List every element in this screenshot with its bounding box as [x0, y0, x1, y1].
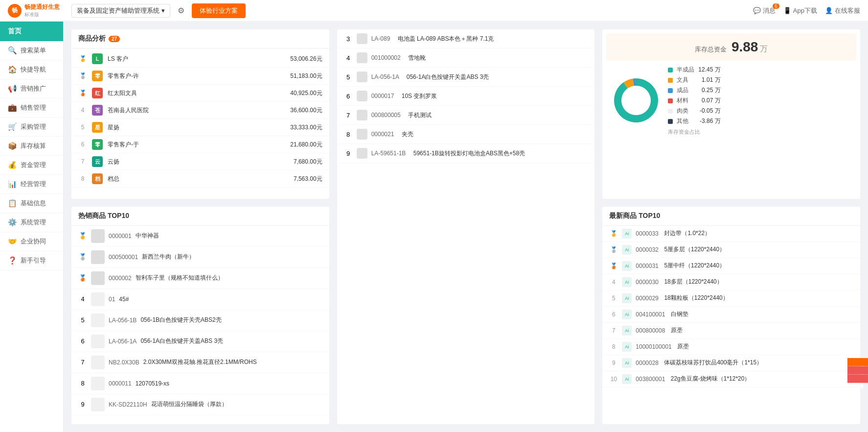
service-community-button[interactable]: 服务社区: [847, 366, 868, 375]
legend-item: 肉类 -0.05 万: [668, 106, 720, 116]
popular-product-item: 6 0000017 10S 变刹罗浆: [337, 87, 595, 106]
legend-item: 半成品 12.45 万: [668, 65, 720, 75]
popular-product-item: 8 0000021 夹壳: [337, 125, 595, 144]
rank-number: 6: [344, 93, 353, 100]
product-code: 0000029: [636, 295, 659, 302]
product-name: 新西兰牛肉（新牛）: [142, 253, 195, 261]
legend-color-dot: [668, 98, 673, 103]
sidebar-item-basic-info[interactable]: 📋 基础信息: [0, 194, 63, 213]
rank-number: 7: [609, 327, 618, 334]
rank-number: 🥉: [78, 90, 87, 96]
product-name: 花语萌恒温分隔睡袋（厚款）: [151, 400, 228, 408]
inventory-chart-area: 半成品 12.45 万 文具 1.01 万 成品 0.25 万: [602, 65, 860, 141]
legend-label: 文具: [677, 76, 698, 84]
rank-number: 5: [344, 73, 353, 81]
customer-item: 4 苍 苍南县人民医院 36,600.00元: [71, 102, 329, 119]
rank-number: 5: [78, 124, 87, 131]
customer-amount: 36,600.00元: [290, 106, 322, 115]
product-code: 0000031: [636, 263, 659, 269]
product-name: 18多层（1220*2440）: [662, 278, 723, 286]
phone-icon: 📱: [783, 7, 791, 14]
legend-label: 成品: [677, 86, 698, 95]
customer-avatar: 档: [92, 173, 103, 184]
popular-products-list: 3 LA-089 电池盖 LA-089 ABS本色＋黑种 7.1克 4 0010…: [337, 29, 595, 163]
product-name: 5厘中纤（1220*2440）: [662, 262, 725, 270]
product-name: 原垄: [676, 342, 689, 351]
product-code: 000800008: [636, 327, 665, 334]
product-info: 000800005 手机测试: [371, 111, 588, 120]
rank-number: 3: [344, 35, 353, 43]
customer-item: 🥈 零 零售客户-许 51,183.00元: [71, 68, 329, 85]
product-code: 0000002: [109, 275, 132, 282]
inventory-total-label: 库存总资金 9.88 万: [612, 39, 850, 55]
sidebar-item-quicknav[interactable]: 🏠 快捷导航: [0, 60, 63, 79]
product-thumbnail: Ai: [622, 261, 632, 271]
sidebar-item-collab[interactable]: 🤝 企业协同: [0, 232, 63, 251]
rank-number: 7: [78, 158, 87, 165]
legend-value: 0.07 万: [702, 96, 721, 105]
customer-service-button[interactable]: 客服热线: [847, 358, 868, 366]
product-thumbnail: [91, 229, 105, 243]
new-product-item: 8 Ai 10000100001 原垄: [602, 339, 860, 355]
new-product-item: 🥈 Ai 0000032 5厘多层（1220*2440）: [602, 242, 860, 258]
product-code: 0000011: [109, 380, 132, 387]
customer-name: 档总: [108, 175, 289, 183]
product-code: 0000032: [636, 246, 659, 253]
customer-avatar: 云: [92, 156, 103, 167]
sidebar-item-marketing[interactable]: 📢 营销推广: [0, 79, 63, 98]
top-bar: 畅 畅捷通好生意 标准版 装备及固定资产辅助管理系统 ▾ ⚙ 体验行业方案 💬 …: [0, 0, 868, 22]
system-selector[interactable]: 装备及固定资产辅助管理系统 ▾: [71, 4, 170, 18]
sidebar-item-purchase[interactable]: 🛒 采购管理: [0, 118, 63, 137]
home-tab[interactable]: 首页: [0, 22, 63, 41]
sidebar-item-inventory[interactable]: 📦 库存核算: [0, 137, 63, 156]
sidebar-item-sales[interactable]: 💼 销售管理: [0, 98, 63, 118]
legend-item: 成品 0.25 万: [668, 85, 720, 96]
product-placeholder: [91, 398, 105, 411]
hot-products-panel: 热销商品 TOP10 🥇 0000001 中华神器 🥈 000500001 新西…: [71, 207, 329, 425]
popular-product-item: 7 000800005 手机测试: [337, 106, 595, 125]
rank-number: 9: [609, 360, 618, 366]
sidebar-item-operations[interactable]: 📊 经营管理: [0, 175, 63, 194]
product-thumbnail: [91, 271, 105, 285]
sidebar-item-search[interactable]: 🔍 搜索菜单: [0, 41, 63, 60]
rank-number: 4: [344, 54, 353, 62]
new-product-item: 9 Ai 0000028 体碳荔枝味苏打饮品400毫升（1*15）: [602, 355, 860, 371]
product-info: LA-089 电池盖 LA-089 ABS本色＋黑种 7.1克: [371, 34, 588, 43]
product-thumbnail: Ai: [622, 277, 632, 287]
rank-number: 🥇: [78, 55, 87, 62]
app-download-button[interactable]: 📱 App下载: [783, 6, 817, 15]
legend-value: 0.25 万: [702, 86, 721, 95]
product-code: 01: [109, 296, 115, 303]
sidebar-item-guide[interactable]: ❓ 新手引导: [0, 251, 63, 270]
hot-product-item: 5 LA-056-1B 056-1B白色按键开关壳ABS2壳: [71, 310, 329, 331]
customer-item: 7 云 云扬 7,680.00元: [71, 153, 329, 170]
message-button[interactable]: 💬 消息 6: [753, 6, 776, 15]
new-product-item: 6 Ai 004100001 白钢垫: [602, 307, 860, 323]
product-thumbnail: Ai: [622, 342, 632, 352]
operations-icon: 📊: [8, 180, 17, 189]
product-thumbnail: Ai: [622, 293, 632, 303]
home-icon: 🏠: [8, 65, 17, 74]
customer-avatar: 零: [92, 139, 103, 150]
sidebar-item-system[interactable]: ⚙️ 系统管理: [0, 213, 63, 232]
finance-icon: 💰: [8, 161, 17, 169]
product-code: 0000001: [109, 233, 132, 240]
sidebar-item-finance[interactable]: 💰 资金管理: [0, 156, 63, 175]
live-button[interactable]: 直播: [847, 375, 868, 383]
product-thumbnail: Ai: [622, 358, 632, 368]
product-image: [357, 148, 367, 159]
gear-button[interactable]: ⚙: [174, 4, 188, 18]
online-service-button[interactable]: 👤 在线客服: [825, 6, 860, 15]
rank-number: 5: [78, 316, 87, 324]
product-image: [357, 72, 367, 82]
product-code: 0000030: [636, 279, 659, 286]
customer-avatar: L: [92, 53, 103, 64]
product-code: 003800001: [636, 376, 665, 383]
customer-name: 苍南县人民医院: [108, 106, 285, 115]
customer-amount: 33,333.00元: [290, 123, 322, 132]
product-code: 0000028: [636, 360, 659, 366]
trial-button[interactable]: 体验行业方案: [192, 3, 246, 18]
product-image: [357, 110, 367, 120]
hot-product-item: 🥇 0000001 中华神器: [71, 226, 329, 247]
rank-number: 6: [609, 311, 618, 318]
